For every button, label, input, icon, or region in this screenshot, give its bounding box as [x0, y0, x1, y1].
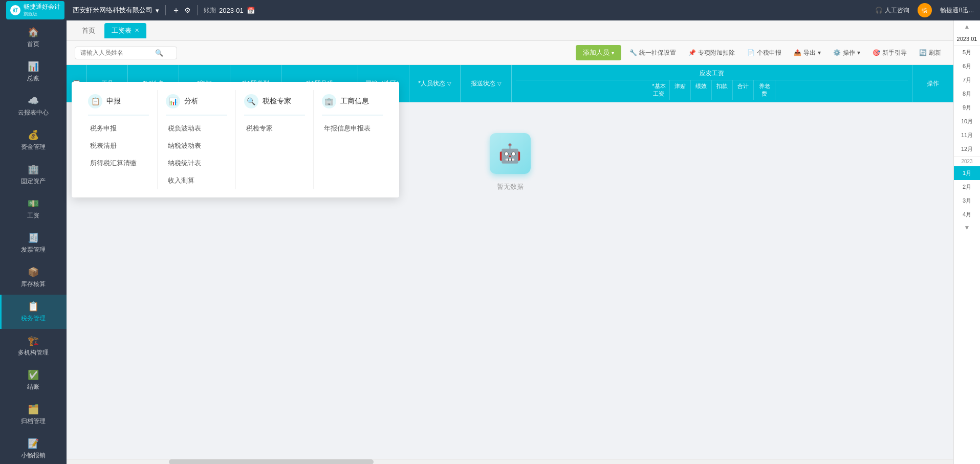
sidebar-item-archive[interactable]: 🗂️ 归档管理 — [0, 397, 67, 432]
export-arrow-icon: ▾ — [818, 49, 821, 56]
app-logo[interactable]: 好 畅捷通好会计 旗舰版 — [6, 1, 64, 19]
add-person-button[interactable]: 添加人员 ▾ — [576, 45, 621, 60]
sidebar-item-fund[interactable]: 💰 资金管理 — [0, 123, 67, 158]
cloud-icon: ☁️ — [28, 95, 39, 106]
guide-btn[interactable]: 🎯 新手引导 — [868, 47, 911, 59]
tab-payroll[interactable]: 工资表 ✕ — [104, 23, 146, 38]
sidebar-label-tax: 税务管理 — [21, 314, 46, 323]
menu-item-tax-report[interactable]: 税务申报 — [88, 120, 149, 137]
cal-month-12[interactable]: 12月 — [954, 142, 980, 156]
sidebar-item-ledger[interactable]: 📊 总账 — [0, 55, 67, 89]
menu-item-tax-table[interactable]: 税表清册 — [88, 137, 149, 154]
cal-month-4[interactable]: 4月 — [954, 208, 980, 222]
dropdown-section-business: 🏢 工商信息 年报信息申报表 — [314, 90, 391, 189]
cal-month-8[interactable]: 8月 — [954, 87, 980, 101]
section-title-report: 申报 — [106, 97, 121, 106]
cal-month-10[interactable]: 10月 — [954, 115, 980, 128]
dropdown-arrow-icon: ▾ — [612, 50, 614, 56]
calendar-header: 2023.01 — [954, 33, 980, 46]
export-btn[interactable]: 📤 导出 ▾ — [790, 47, 825, 59]
sidebar-item-tax[interactable]: 📋 税务管理 — [0, 295, 67, 329]
special-deduction-btn[interactable]: 📌 专项附加扣除 — [684, 47, 739, 59]
menu-item-tax-burden[interactable]: 税负波动表 — [166, 120, 227, 137]
dropdown-sections: 📋 申报 税务申报 税表清册 所得税汇算清缴 📊 分析 税负波动表 纳税波动表 … — [80, 90, 391, 189]
ledger-icon: 📊 — [28, 61, 39, 72]
cal-month-9[interactable]: 9月 — [954, 101, 980, 115]
user-avatar[interactable]: 畅 — [918, 3, 932, 17]
menu-item-tax-stats[interactable]: 纳税统计表 — [166, 154, 227, 172]
empty-robot-icon: 🤖 — [498, 143, 521, 164]
dropdown-section-report: 📋 申报 税务申报 税表清册 所得税汇算清缴 — [80, 90, 158, 189]
th-pension: 养老费 — [754, 80, 775, 100]
add-icon[interactable]: ＋ — [172, 5, 180, 16]
sidebar-item-home[interactable]: 🏠 首页 — [0, 20, 67, 55]
sidebar-item-expense[interactable]: 📝 小畅报销 — [0, 432, 67, 464]
support-btn[interactable]: 🎧 人工咨询 — [875, 6, 909, 15]
th-operations: 操作 — [912, 65, 953, 102]
sidebar-item-payroll[interactable]: 💵 工资 — [0, 192, 67, 226]
sidebar-item-multi-org[interactable]: 🏗️ 多机构管理 — [0, 329, 67, 363]
filter-icon-status[interactable]: ▽ — [447, 81, 451, 86]
social-insurance-btn[interactable]: 🔧 统一社保设置 — [625, 47, 680, 59]
tax-report-label: 个税申报 — [757, 49, 781, 57]
settings-icon[interactable]: ⚙ — [184, 6, 191, 14]
sidebar-item-assets[interactable]: 🏢 固定资产 — [0, 158, 67, 192]
menu-item-income-tax-clearance[interactable]: 所得税汇算清缴 — [88, 154, 149, 172]
analysis-section-icon: 📊 — [166, 94, 180, 108]
filter-icon-report[interactable]: ▽ — [497, 81, 502, 86]
th-ops-label: 操作 — [927, 79, 939, 88]
scrollbar-thumb[interactable] — [169, 459, 374, 464]
menu-item-income-calc[interactable]: 收入测算 — [166, 172, 227, 189]
social-label: 统一社保设置 — [639, 49, 676, 57]
sidebar-item-inventory[interactable]: 📦 库存核算 — [0, 260, 67, 295]
tab-bar: 首页 工资表 ✕ — [67, 20, 953, 41]
expert-section-icon: 🔍 — [244, 94, 258, 108]
refresh-btn[interactable]: 🔄 刷新 — [915, 47, 945, 59]
cal-month-6[interactable]: 6月 — [954, 59, 980, 73]
operations-btn[interactable]: ⚙️ 操作 ▾ — [829, 47, 864, 59]
header-divider-2 — [197, 5, 198, 15]
tax-menu-dropdown: 📋 申报 税务申报 税表清册 所得税汇算清缴 📊 分析 税负波动表 纳税波动表 … — [72, 82, 399, 197]
calendar-down-arrow[interactable]: ▼ — [960, 223, 975, 233]
sidebar-label-inventory: 库存核算 — [21, 280, 46, 289]
cal-month-2[interactable]: 2月 — [954, 180, 980, 194]
section-header-business: 🏢 工商信息 — [322, 90, 383, 116]
menu-item-tax-payment[interactable]: 纳税波动表 — [166, 137, 227, 154]
support-label: 人工咨询 — [885, 6, 909, 15]
search-input[interactable] — [80, 49, 152, 56]
company-selector[interactable]: 西安虾米网络科技有限公司 ▾ — [73, 6, 159, 15]
header-right: 🎧 人工咨询 畅 畅捷通B迅... — [875, 3, 974, 17]
tax-report-btn[interactable]: 📄 个税申报 — [743, 47, 786, 59]
assets-icon: 🏢 — [28, 164, 39, 175]
refresh-icon: 🔄 — [919, 49, 927, 56]
sidebar-item-close-account[interactable]: ✅ 结账 — [0, 363, 67, 397]
sidebar-label-home: 首页 — [27, 40, 39, 49]
refresh-label: 刷新 — [929, 49, 941, 57]
horizontal-scrollbar[interactable] — [67, 459, 953, 464]
add-person-label: 添加人员 — [583, 48, 609, 57]
deduction-label: 专项附加扣除 — [698, 49, 735, 57]
export-label: 导出 — [803, 49, 816, 57]
calendar-up-arrow[interactable]: ▲ — [960, 21, 975, 32]
tab-home[interactable]: 首页 — [75, 23, 102, 38]
cal-month-3[interactable]: 3月 — [954, 194, 980, 208]
toolbar-right: 添加人员 ▾ 🔧 统一社保设置 📌 专项附加扣除 📄 个税申报 📤 — [576, 45, 945, 60]
search-box[interactable]: 🔍 — [75, 47, 177, 59]
sidebar-label-archive: 归档管理 — [21, 417, 46, 426]
user-name[interactable]: 畅捷通B迅... — [940, 6, 974, 15]
th-base-salary: *基本工资 — [648, 80, 669, 100]
menu-item-annual-report[interactable]: 年报信息申报表 — [322, 120, 383, 137]
cal-month-1[interactable]: 1月 — [954, 166, 980, 180]
cal-month-5[interactable]: 5月 — [954, 46, 980, 59]
salary-sub-headers: *基本工资 津贴 绩效 扣款 合计 养老费 — [648, 80, 775, 100]
menu-item-tax-expert[interactable]: 税检专家 — [244, 120, 305, 137]
calendar-icon[interactable]: 📅 — [247, 7, 255, 14]
sidebar-item-invoice[interactable]: 🧾 发票管理 — [0, 226, 67, 260]
cal-month-11[interactable]: 11月 — [954, 128, 980, 142]
sidebar-item-cloud-report[interactable]: ☁️ 云报表中心 — [0, 89, 67, 123]
guide-label: 新手引导 — [882, 49, 907, 57]
tab-close-icon[interactable]: ✕ — [135, 27, 139, 34]
cal-month-7[interactable]: 7月 — [954, 73, 980, 87]
chevron-down-icon[interactable]: ▾ — [156, 7, 159, 14]
th-report-label: 报送状态 — [471, 79, 495, 88]
